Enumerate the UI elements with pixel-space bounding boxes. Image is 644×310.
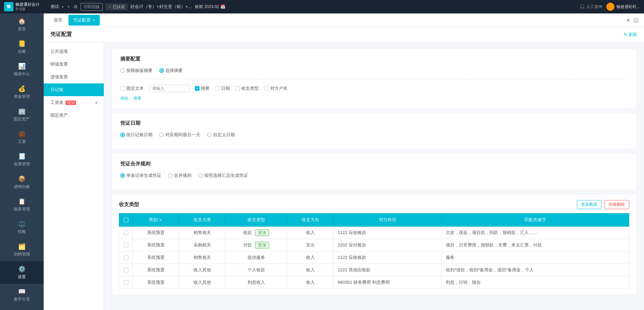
logo-icon: 畅 bbox=[4, 2, 13, 11]
radio-select-summary[interactable]: 选择摘要 bbox=[159, 68, 183, 74]
td-type-1: 收款 置顶 bbox=[225, 227, 287, 239]
example-prefix: 例如： bbox=[120, 96, 132, 101]
certified-icon: ✓ bbox=[108, 4, 112, 9]
th-type: 收支类型 bbox=[225, 214, 287, 227]
td-checkbox-4[interactable] bbox=[119, 264, 133, 276]
sidebar-item-invoice[interactable]: 🧾 发票管理 bbox=[0, 149, 44, 171]
tab-maximize-button[interactable]: ⬜ bbox=[633, 17, 639, 23]
summary-config-title: 摘要配置 bbox=[120, 56, 628, 62]
sidebar-assets-label: 固定资产 bbox=[14, 116, 30, 122]
td-big-type-2: 采购相关 bbox=[179, 239, 225, 251]
radio-diary-date[interactable]: 按日记账日期 bbox=[120, 132, 153, 138]
sidebar-item-archive[interactable]: 🗂️ 归档管理 bbox=[0, 239, 44, 261]
summary-radio-group: 按模板版摘要 选择摘要 bbox=[120, 68, 628, 74]
radio-last-day[interactable]: 对应期间最后一天 bbox=[159, 132, 200, 138]
nav-item-sales-invoice[interactable]: 销项发票 bbox=[44, 58, 104, 71]
row-checkbox-3[interactable] bbox=[124, 255, 128, 260]
nav-item-public[interactable]: 公共选项 bbox=[44, 45, 104, 58]
cb-fixed-text[interactable]: 固定文本 bbox=[120, 85, 144, 91]
cb-counterpart[interactable]: 对方户名 bbox=[264, 85, 288, 91]
radio-custom-date[interactable]: 自定义日期 bbox=[207, 132, 235, 138]
row-checkbox-1[interactable] bbox=[124, 230, 128, 235]
tab-close-window-button[interactable]: ✕ bbox=[626, 17, 630, 23]
radio-diary-date-circle bbox=[120, 132, 125, 137]
sidebar-item-member[interactable]: 👑 畅会员 bbox=[0, 306, 44, 310]
tab-voucher-config-label: 凭证配置 bbox=[73, 17, 91, 23]
top-tag-2: 置顶 bbox=[255, 242, 269, 248]
td-big-type-5: 收入其他 bbox=[179, 276, 225, 289]
batch-delete-button[interactable]: 批量删除 bbox=[604, 200, 629, 209]
td-direction-5: 收入 bbox=[287, 276, 334, 289]
sidebar-settlement-label: 结账 bbox=[18, 229, 26, 235]
nav-item-fixed-assets[interactable]: 固定资产 bbox=[44, 109, 104, 122]
td-checkbox-2[interactable] bbox=[119, 239, 133, 251]
nav-item-diary[interactable]: 日记账 bbox=[44, 83, 104, 96]
tax-icon: 📋 bbox=[18, 198, 26, 205]
update-data-button[interactable]: 更新数据 bbox=[577, 200, 602, 209]
td-category-5: 系统预置 bbox=[133, 276, 179, 289]
radio-summary-generate[interactable]: 按照选择汇总生成凭证 bbox=[198, 172, 248, 179]
tab-home[interactable]: 首页 bbox=[49, 15, 67, 26]
sidebar-item-ledger[interactable]: 📒 总账 bbox=[0, 36, 44, 59]
nav-item-purchase-invoice[interactable]: 进项发票 bbox=[44, 71, 104, 83]
radio-last-day-label: 对应期间最后一天 bbox=[165, 132, 200, 138]
logo-text: 畅捷通好会计 bbox=[15, 2, 40, 7]
select-all-checkbox[interactable] bbox=[124, 218, 128, 222]
voucher-date-section: 凭证日期 按日记账日期 对应期间最后一天 自定义日期 bbox=[112, 113, 636, 149]
right-content: 摘要配置 按模板版摘要 选择摘要 bbox=[104, 42, 644, 310]
cb-type[interactable]: 收支类型 bbox=[235, 85, 259, 91]
table-row: 系统预置 收入其他 个人收款 收入 1221 其他应收款 收到*借款，收到*备用… bbox=[119, 264, 629, 276]
td-checkbox-1[interactable] bbox=[119, 227, 133, 239]
radio-diary-date-label: 按日记账日期 bbox=[126, 132, 153, 138]
td-checkbox-3[interactable] bbox=[119, 251, 133, 264]
service-button[interactable]: 🎧 人工咨询 bbox=[580, 4, 602, 10]
td-category-2: 系统预置 bbox=[133, 239, 179, 251]
row-checkbox-2[interactable] bbox=[124, 243, 128, 247]
sidebar-item-settlement[interactable]: ⚖️ 结账 bbox=[0, 216, 44, 239]
user-info: 畅捷通旺旺... bbox=[606, 3, 640, 11]
th-category: 类别 ∨ bbox=[133, 214, 179, 227]
cb-date[interactable]: 日期 bbox=[215, 85, 230, 91]
refresh-icon: ↻ bbox=[624, 32, 627, 37]
row-checkbox-5[interactable] bbox=[124, 280, 128, 285]
example-value: 摘要 bbox=[133, 96, 141, 101]
refresh-button[interactable]: ↻ 刷新 bbox=[624, 32, 637, 38]
sidebar-item-purchase[interactable]: 📦 进销台账 bbox=[0, 171, 44, 194]
switch-version-button[interactable]: 切到旧版 bbox=[81, 3, 103, 11]
nav-item-payroll[interactable]: 工资表 NEW ▾ bbox=[44, 96, 104, 109]
sidebar-item-home[interactable]: 🏠 首页 bbox=[0, 13, 44, 36]
sidebar-reports-label: 报表中心 bbox=[14, 71, 30, 77]
table-row: 系统预置 采购相关 付款 置顶 支出 2202 应付账款 项目，日常费用，报销款… bbox=[119, 239, 629, 251]
purchase-icon: 📦 bbox=[18, 175, 26, 183]
dropdown-arrow-icon[interactable]: ▾ bbox=[62, 5, 63, 9]
cb-summary[interactable]: ✓ 摘要 bbox=[195, 85, 210, 91]
cb-counterpart-label: 对方户名 bbox=[270, 85, 288, 91]
th-checkbox[interactable] bbox=[119, 214, 133, 227]
row-checkbox-4[interactable] bbox=[124, 268, 128, 272]
sidebar-item-tax[interactable]: 📋 税务管理 bbox=[0, 194, 44, 216]
sidebar-item-settings[interactable]: ⚙️ 设置 bbox=[0, 261, 44, 284]
td-type-3: 提供服务 bbox=[225, 251, 287, 264]
sidebar-item-guide[interactable]: 📖 新手引导 bbox=[0, 284, 44, 306]
cb-summary-box: ✓ bbox=[195, 86, 200, 91]
tab-voucher-config[interactable]: 凭证配置 × bbox=[69, 15, 100, 26]
sidebar-item-assets[interactable]: 🏢 固定资产 bbox=[0, 104, 44, 126]
fixed-text-input[interactable] bbox=[149, 85, 189, 92]
sidebar-salary-label: 工资 bbox=[18, 139, 26, 145]
table-row: 系统预置 销售相关 收款 置顶 收入 1122 应收账款 欠款，现金，项目款，到… bbox=[119, 227, 629, 239]
td-checkbox-5[interactable] bbox=[119, 276, 133, 289]
sidebar-item-capital[interactable]: 💰 资金管理 bbox=[0, 81, 44, 104]
td-keywords-3: 服务 bbox=[442, 251, 629, 264]
radio-template-summary[interactable]: 按模板版摘要 bbox=[120, 68, 153, 74]
calendar-icon[interactable]: 📅 bbox=[220, 4, 225, 9]
sidebar-item-salary[interactable]: 💼 工资 bbox=[0, 126, 44, 149]
td-category-3: 系统预置 bbox=[133, 251, 179, 264]
radio-single-record[interactable]: 单条记录生成凭证 bbox=[120, 172, 161, 179]
guide-icon: 📖 bbox=[18, 288, 26, 295]
radio-merge-rules[interactable]: 合并规则 bbox=[168, 172, 191, 179]
sidebar-item-reports[interactable]: 📊 报表中心 bbox=[0, 59, 44, 81]
settings-icon[interactable]: ⚙ bbox=[74, 4, 78, 9]
td-account-5: 660301 财务费用 利息费用 bbox=[334, 276, 442, 289]
add-icon[interactable]: ＋ bbox=[66, 4, 71, 10]
tab-close-icon[interactable]: × bbox=[93, 18, 95, 23]
